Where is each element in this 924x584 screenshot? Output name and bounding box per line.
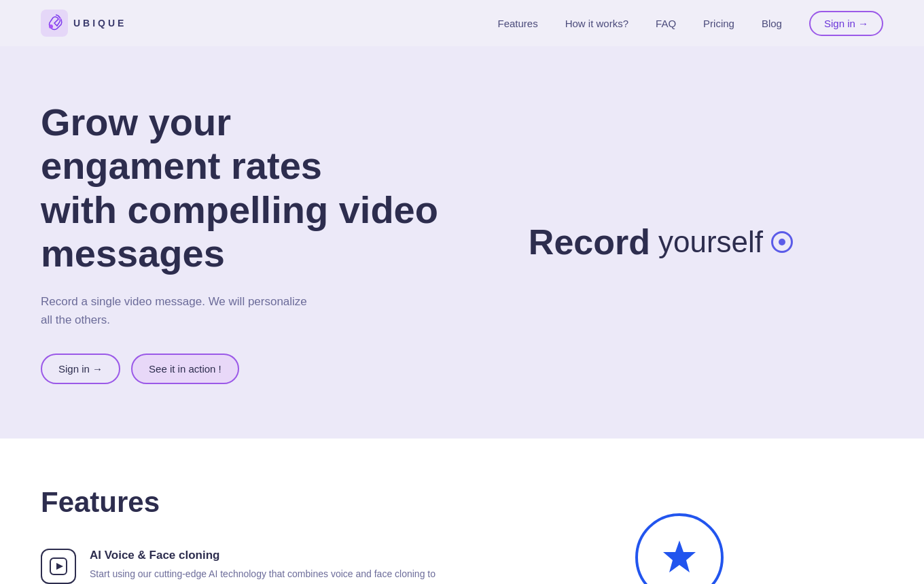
record-text: Record yourself xyxy=(529,222,793,262)
stars-illustration xyxy=(591,513,768,584)
svg-marker-4 xyxy=(56,563,63,570)
nav-features-link[interactable]: Features xyxy=(497,18,537,29)
features-left: Features AI Voice & Face cloning Start u… xyxy=(41,486,448,584)
svg-point-2 xyxy=(58,18,61,20)
hero-section: Grow your engament rates with compelling… xyxy=(0,46,924,439)
star-icon-top xyxy=(659,537,700,578)
hero-right: Record yourself xyxy=(438,222,883,262)
feature-item-ai-voice: AI Voice & Face cloning Start using our … xyxy=(41,549,448,584)
hero-signin-button[interactable]: Sign in → xyxy=(41,354,120,384)
hero-buttons: Sign in → See it in action ! xyxy=(41,354,438,384)
feature-icon-play xyxy=(41,549,76,584)
svg-point-1 xyxy=(49,24,53,29)
features-section: Features AI Voice & Face cloning Start u… xyxy=(0,439,924,584)
record-circle-icon xyxy=(771,231,793,253)
svg-marker-7 xyxy=(663,540,696,572)
play-icon xyxy=(50,557,67,575)
hero-see-action-button[interactable]: See it in action ! xyxy=(131,354,239,384)
nav-how-it-works-link[interactable]: How it works? xyxy=(565,18,628,29)
feature-text-ai-voice: AI Voice & Face cloning Start using our … xyxy=(90,549,448,584)
nav-pricing-link[interactable]: Pricing xyxy=(703,18,734,29)
logo-icon xyxy=(41,10,68,37)
logo-text: UBIQUE xyxy=(73,18,126,29)
hero-left: Grow your engament rates with compelling… xyxy=(41,101,438,384)
nav-blog-link[interactable]: Blog xyxy=(762,18,782,29)
hero-subtitle: Record a single video message. We will p… xyxy=(41,292,438,329)
features-right xyxy=(476,486,883,584)
star-circle-top xyxy=(635,513,724,584)
features-title: Features xyxy=(41,486,448,519)
nav-signin-button[interactable]: Sign in → xyxy=(809,11,883,36)
hero-title: Grow your engament rates with compelling… xyxy=(41,101,438,276)
navbar: UBIQUE Features How it works? FAQ Pricin… xyxy=(0,0,924,46)
logo[interactable]: UBIQUE xyxy=(41,10,126,37)
nav-faq-link[interactable]: FAQ xyxy=(656,18,676,29)
nav-links: Features How it works? FAQ Pricing Blog … xyxy=(497,11,883,36)
